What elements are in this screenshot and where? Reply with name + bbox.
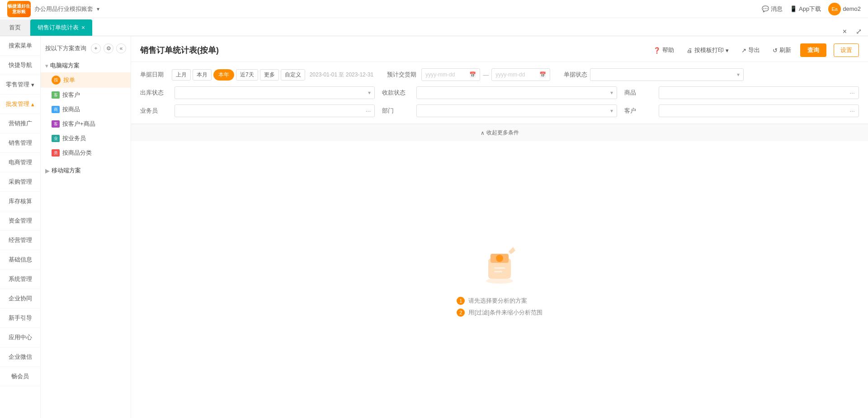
date-range-text: 2023-01-01 至 2023-12-31: [310, 71, 373, 79]
expected-date-end[interactable]: yyyy-mm-dd 📅: [491, 68, 550, 81]
tab-sales-order[interactable]: 销售订单统计表 ×: [30, 19, 92, 36]
customer-label: 客户: [624, 107, 656, 115]
dept-dropdown-icon: ▾: [610, 108, 613, 114]
right-panel: 销售订单统计表(按单) ❓ 帮助 🖨 按模板打印 ▾ ↗ 导出: [131, 36, 868, 418]
scheme-item-by-customer-goods[interactable]: 客 按客户+商品: [41, 117, 131, 131]
scheme-item-by-goods[interactable]: 商 按商品: [41, 102, 131, 117]
date-btn-7days[interactable]: 近7天: [236, 69, 258, 81]
sidebar-item-retail[interactable]: 零售管理 ▾: [0, 75, 40, 95]
help-btn[interactable]: ❓ 帮助: [650, 44, 678, 56]
mobile-scheme-section: ▶ 移动端方案: [41, 162, 131, 179]
user-menu[interactable]: Ea demo2: [828, 3, 861, 15]
export-btn[interactable]: ↗ 导出: [738, 44, 764, 56]
settings-btn[interactable]: 设置: [834, 43, 859, 57]
customer-more-icon[interactable]: ···: [849, 107, 855, 114]
sidebar-item-baseinfo[interactable]: 基础信息: [0, 250, 40, 270]
scheme-item-by-customer[interactable]: 客 按客户: [41, 88, 131, 102]
goods-input[interactable]: ···: [659, 86, 859, 99]
date-btn-last-month[interactable]: 上月: [172, 69, 191, 81]
chevron-down-icon: ▾: [31, 81, 34, 88]
collapse-panel-btn[interactable]: «: [116, 43, 126, 53]
sidebar-item-marketing[interactable]: 营销推广: [0, 114, 40, 133]
sidebar-item-sales[interactable]: 销售管理: [0, 133, 40, 153]
sidebar-item-purchase[interactable]: 采购管理: [0, 172, 40, 192]
tab-fullscreen-btn[interactable]: ⤢: [853, 27, 864, 36]
topbar-right: 💬 消息 📱 App下载 Ea demo2: [762, 3, 861, 15]
customer-area: 客户 ···: [624, 104, 859, 117]
print-btn[interactable]: 🖨 按模板打印 ▾: [683, 44, 732, 56]
sidebar-item-guide[interactable]: 新手引导: [0, 309, 40, 328]
doc-status-dropdown-icon: ▾: [737, 71, 740, 78]
empty-tip-1: 1 请先选择要分析的方案: [457, 297, 542, 305]
ship-status-select[interactable]: ▾: [175, 86, 375, 99]
tab-collapse-btn[interactable]: ×: [840, 28, 849, 36]
help-icon: ❓: [653, 47, 660, 54]
sidebar-item-member[interactable]: 畅会员: [0, 367, 40, 386]
sidebar-item-appcenter[interactable]: 应用中心: [0, 328, 40, 347]
receipt-status-select[interactable]: ▾: [416, 86, 617, 99]
empty-tip-2: 2 用[过滤]条件来缩小分析范围: [457, 309, 542, 317]
message-btn[interactable]: 💬 消息: [762, 5, 783, 13]
doc-status-select[interactable]: ▾: [590, 68, 744, 81]
goods-area: 商品 ···: [624, 86, 859, 99]
sidebar-item-inventory[interactable]: 库存核算: [0, 192, 40, 211]
tab-close-btn[interactable]: ×: [81, 24, 85, 31]
filter-row-1: 单据日期 上月 本月 本年 近7天 更多 自定义 2023-01-01 至 20…: [140, 68, 859, 81]
sidebar-item-ecommerce[interactable]: 电商管理: [0, 153, 40, 172]
expected-date-start[interactable]: yyyy-mm-dd 📅: [421, 68, 480, 81]
export-icon: ↗: [741, 47, 746, 54]
receipt-dropdown-icon: ▾: [610, 90, 613, 96]
sidebar-item-enterprise[interactable]: 企业协同: [0, 289, 40, 309]
date-btn-custom[interactable]: 自定义: [281, 69, 305, 81]
app-download-btn[interactable]: 📱 App下载: [790, 5, 821, 13]
staff-label: 业务员: [140, 107, 172, 115]
sidebar-item-wholesale[interactable]: 批发管理 ▴: [0, 95, 40, 114]
sidebar-item-wecom[interactable]: 企业微信: [0, 347, 40, 367]
collapse-icon: ∧: [481, 130, 485, 136]
scheme-item-by-staff[interactable]: 业 按业务员: [41, 131, 131, 146]
dept-select[interactable]: ▾: [416, 104, 617, 117]
sidebar-item-search-menu[interactable]: 搜索菜单: [0, 36, 40, 56]
filter-row-3: 业务员 ··· 部门 ▾ 客户: [140, 104, 859, 117]
order-icon: 按: [52, 76, 61, 85]
query-btn[interactable]: 查询: [800, 43, 826, 57]
add-scheme-btn[interactable]: +: [91, 43, 101, 53]
sidebar-item-quick-nav[interactable]: 快捷导航: [0, 56, 40, 75]
refresh-icon: ↺: [773, 47, 778, 54]
staff-input[interactable]: ···: [175, 104, 375, 117]
content-area: 按以下方案查询 + ⚙ « ▾ 电脑端方案 按 按单 客 按客户: [41, 36, 868, 418]
sidebar-item-finance[interactable]: 资金管理: [0, 211, 40, 231]
left-panel-icons: + ⚙ «: [91, 43, 126, 53]
settings-scheme-btn[interactable]: ⚙: [104, 43, 113, 53]
staff-more-icon[interactable]: ···: [366, 107, 371, 114]
mobile-group-title[interactable]: ▶ 移动端方案: [41, 164, 131, 177]
pc-group-title[interactable]: ▾ 电脑端方案: [41, 59, 131, 72]
sidebar-item-system[interactable]: 系统管理: [0, 270, 40, 289]
logo: 畅捷通好生 意标账: [7, 1, 31, 17]
empty-illustration: [477, 242, 522, 288]
sidebar-item-operations[interactable]: 经营管理: [0, 231, 40, 250]
print-dropdown-icon: ▾: [726, 47, 729, 54]
tab-home[interactable]: 首页: [0, 19, 30, 36]
pc-scheme-section: ▾ 电脑端方案 按 按单 客 按客户 商 按商品 客 按客户+商品: [41, 57, 131, 162]
receipt-status-area: 收款状态 ▾: [382, 86, 617, 99]
chevron-up-icon: ▴: [31, 101, 34, 108]
collapse-bar[interactable]: ∧ 收起更多条件: [131, 124, 868, 141]
customer-input[interactable]: ···: [659, 104, 859, 117]
svg-point-0: [486, 278, 513, 284]
filter-area: 单据日期 上月 本月 本年 近7天 更多 自定义 2023-01-01 至 20…: [131, 62, 868, 124]
empty-tips: 1 请先选择要分析的方案 2 用[过滤]条件来缩小分析范围: [457, 297, 542, 317]
date-btn-this-month[interactable]: 本月: [193, 69, 212, 81]
tip-num-2: 2: [457, 309, 465, 317]
scheme-item-by-category[interactable]: 类 按商品分类: [41, 146, 131, 160]
date-btn-this-year[interactable]: 本年: [213, 69, 234, 81]
customer-goods-icon: 客: [52, 120, 60, 128]
date-btn-more[interactable]: 更多: [260, 69, 279, 81]
scheme-item-by-order[interactable]: 按 按单: [41, 72, 131, 88]
refresh-btn[interactable]: ↺ 刷新: [769, 44, 795, 56]
goods-label: 商品: [624, 89, 656, 97]
doc-status-label: 单据状态: [564, 71, 587, 79]
breadcrumb-dropdown[interactable]: ▾: [97, 6, 99, 12]
svg-rect-5: [494, 271, 502, 272]
goods-more-icon[interactable]: ···: [849, 89, 855, 96]
